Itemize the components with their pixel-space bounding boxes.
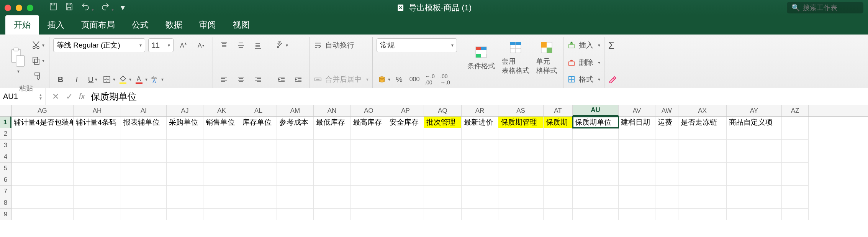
- cell-AI5[interactable]: [121, 163, 167, 174]
- cell-AP1[interactable]: 安全库存: [387, 117, 424, 128]
- cell-AH7[interactable]: [74, 186, 121, 197]
- cell-AW3[interactable]: [655, 140, 678, 151]
- cell-AY4[interactable]: [727, 151, 782, 163]
- format-painter-button[interactable]: [31, 69, 45, 83]
- row-header-6[interactable]: 6: [0, 174, 11, 186]
- cell-AW6[interactable]: [655, 174, 678, 186]
- column-header-AP[interactable]: AP: [387, 105, 424, 116]
- cell-AX1[interactable]: 是否走冻链: [678, 117, 727, 128]
- cell-AH5[interactable]: [74, 163, 121, 174]
- format-cells-button[interactable]: 格式▾: [567, 72, 600, 86]
- cell-AR3[interactable]: [462, 140, 498, 151]
- column-header-AQ[interactable]: AQ: [424, 105, 462, 116]
- cell-AP5[interactable]: [387, 163, 424, 174]
- cell-AJ6[interactable]: [167, 174, 203, 186]
- cell-AL8[interactable]: [240, 197, 277, 209]
- cell-AO6[interactable]: [350, 174, 387, 186]
- undo-icon[interactable]: ▾: [81, 2, 94, 13]
- cell-AO3[interactable]: [350, 140, 387, 151]
- cell-AP3[interactable]: [387, 140, 424, 151]
- cell-AM2[interactable]: [277, 128, 314, 140]
- cell-AP9[interactable]: [387, 209, 424, 220]
- cell-AL1[interactable]: 库存单位: [240, 117, 277, 128]
- cell-AU7[interactable]: [573, 186, 619, 197]
- cell-AX4[interactable]: [678, 151, 727, 163]
- row-header-5[interactable]: 5: [0, 163, 11, 174]
- cell-AU5[interactable]: [573, 163, 619, 174]
- cell-AK3[interactable]: [203, 140, 240, 151]
- cell-AT6[interactable]: [544, 174, 573, 186]
- search-input[interactable]: [803, 4, 857, 12]
- cell-AQ2[interactable]: [424, 128, 462, 140]
- cell-AS7[interactable]: [498, 186, 544, 197]
- cell-AL6[interactable]: [240, 174, 277, 186]
- cell-AV2[interactable]: [619, 128, 655, 140]
- cell-AN1[interactable]: 最低库存: [314, 117, 350, 128]
- cell-AX6[interactable]: [678, 174, 727, 186]
- cell-AV9[interactable]: [619, 209, 655, 220]
- cell-AZ9[interactable]: [782, 209, 809, 220]
- row-header-3[interactable]: 3: [0, 140, 11, 151]
- column-header-AZ[interactable]: AZ: [782, 105, 809, 116]
- tab-view[interactable]: 视图: [224, 15, 258, 35]
- cell-AP6[interactable]: [387, 174, 424, 186]
- redo-icon[interactable]: ▾: [101, 2, 114, 13]
- percent-button[interactable]: %: [392, 72, 406, 86]
- autosave-icon[interactable]: [49, 2, 58, 13]
- align-middle-button[interactable]: [234, 38, 248, 52]
- cell-AY8[interactable]: [727, 197, 782, 209]
- cell-AU6[interactable]: [573, 174, 619, 186]
- cell-AR9[interactable]: [462, 209, 498, 220]
- cell-AT5[interactable]: [544, 163, 573, 174]
- cell-AM5[interactable]: [277, 163, 314, 174]
- column-header-AJ[interactable]: AJ: [167, 105, 203, 116]
- cell-AQ4[interactable]: [424, 151, 462, 163]
- decrease-decimal-button[interactable]: .00→.0: [438, 72, 452, 86]
- cell-AT7[interactable]: [544, 186, 573, 197]
- cell-AU1[interactable]: 保质期单位: [573, 117, 619, 128]
- cell-AS5[interactable]: [498, 163, 544, 174]
- cell-AI2[interactable]: [121, 128, 167, 140]
- column-header-AR[interactable]: AR: [462, 105, 498, 116]
- confirm-edit-icon[interactable]: ✓: [66, 92, 73, 102]
- cell-AQ3[interactable]: [424, 140, 462, 151]
- column-header-AV[interactable]: AV: [619, 105, 655, 116]
- cell-AN5[interactable]: [314, 163, 350, 174]
- merge-center-button[interactable]: 合并后居中▾: [314, 72, 368, 86]
- cell-AK1[interactable]: 销售单位: [203, 117, 240, 128]
- cell-AO1[interactable]: 最高库存: [350, 117, 387, 128]
- cell-AJ2[interactable]: [167, 128, 203, 140]
- orientation-button[interactable]: ab▾: [274, 38, 289, 52]
- cell-AI1[interactable]: 报表辅单位: [121, 117, 167, 128]
- column-header-AU[interactable]: AU: [573, 105, 619, 116]
- cell-AM7[interactable]: [277, 186, 314, 197]
- cell-AL2[interactable]: [240, 128, 277, 140]
- cell-AN9[interactable]: [314, 209, 350, 220]
- cell-AZ3[interactable]: [782, 140, 809, 151]
- cell-AK5[interactable]: [203, 163, 240, 174]
- cell-AT1[interactable]: 保质期: [544, 117, 573, 128]
- cell-AZ5[interactable]: [782, 163, 809, 174]
- cell-AM3[interactable]: [277, 140, 314, 151]
- cell-styles-button[interactable]: 单元 格样式: [534, 38, 559, 77]
- row-header-8[interactable]: 8: [0, 197, 11, 209]
- align-top-button[interactable]: [217, 38, 231, 52]
- tab-data[interactable]: 数据: [157, 15, 191, 35]
- cell-AL7[interactable]: [240, 186, 277, 197]
- cell-AV3[interactable]: [619, 140, 655, 151]
- cell-AR2[interactable]: [462, 128, 498, 140]
- font-color-button[interactable]: A▾: [134, 72, 148, 86]
- cell-AT2[interactable]: [544, 128, 573, 140]
- align-bottom-button[interactable]: [251, 38, 265, 52]
- cell-AY7[interactable]: [727, 186, 782, 197]
- phonetic-button[interactable]: abcA▾: [150, 72, 164, 86]
- cell-AG9[interactable]: [11, 209, 74, 220]
- cell-AI9[interactable]: [121, 209, 167, 220]
- column-header-AK[interactable]: AK: [203, 105, 240, 116]
- cell-AR4[interactable]: [462, 151, 498, 163]
- cell-AH4[interactable]: [74, 151, 121, 163]
- cell-AS6[interactable]: [498, 174, 544, 186]
- cell-AY5[interactable]: [727, 163, 782, 174]
- cell-AY6[interactable]: [727, 174, 782, 186]
- cell-AY3[interactable]: [727, 140, 782, 151]
